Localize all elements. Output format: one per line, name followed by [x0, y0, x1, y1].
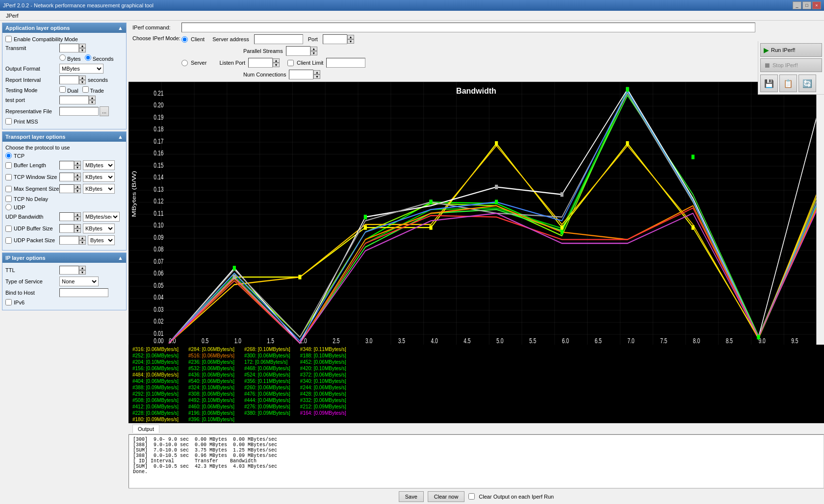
minimize-button[interactable]: _: [793, 1, 801, 9]
tcp-window-size-unit[interactable]: KBytesMBytesBytes: [83, 172, 115, 182]
tcp-window-size-input[interactable]: 56: [59, 173, 74, 181]
rep-file-browse-btn[interactable]: ...: [100, 106, 109, 116]
port-up[interactable]: ▲: [347, 35, 354, 39]
buffer-length-checkbox[interactable]: [5, 162, 12, 169]
report-interval-input[interactable]: 1: [59, 76, 79, 84]
maximize-button[interactable]: □: [802, 1, 811, 9]
parallel-down[interactable]: ▼: [310, 51, 317, 55]
listen-port-up[interactable]: ▲: [273, 58, 280, 63]
transmit-down-arrow[interactable]: ▼: [79, 48, 86, 52]
run-iperf-button[interactable]: ▶ Run IPerf!: [760, 43, 822, 57]
ip-layer-collapse-btn[interactable]: ▲: [118, 255, 123, 261]
save-output-button[interactable]: Save: [399, 491, 424, 502]
buffer-length-unit-select[interactable]: MBytesKBytesBytes: [83, 160, 115, 170]
svg-text:0.08: 0.08: [154, 245, 163, 253]
client-limit-checkbox[interactable]: [287, 60, 294, 66]
udp-buffer-up[interactable]: ▲: [74, 224, 81, 228]
rep-file-input[interactable]: [59, 107, 99, 116]
tcp-radio[interactable]: [5, 152, 12, 159]
clear-now-button[interactable]: Clear now: [428, 491, 465, 502]
output-format-select[interactable]: MBytes Bytes KBytes GBytes: [59, 64, 103, 74]
output-text[interactable]: [300] 9.0- 9.0 sec 0.00 MBytes 0.00 MByt…: [129, 434, 824, 488]
num-connections-input[interactable]: 0: [289, 70, 313, 79]
enable-compat-checkbox[interactable]: [5, 36, 12, 42]
max-segment-up[interactable]: ▲: [74, 184, 81, 189]
trade-checkbox[interactable]: [82, 86, 89, 93]
dual-checkbox[interactable]: [59, 86, 66, 93]
save-chart-button[interactable]: 💾: [760, 75, 778, 92]
client-limit-input[interactable]: [326, 58, 365, 68]
num-conn-down[interactable]: ▼: [313, 75, 320, 79]
ttl-down[interactable]: ▼: [79, 270, 86, 275]
transmit-up-arrow[interactable]: ▲: [79, 44, 86, 48]
tcp-window-size-down[interactable]: ▼: [74, 177, 81, 181]
udp-packet-size-checkbox[interactable]: [5, 237, 12, 244]
udp-radio[interactable]: [5, 204, 12, 210]
server-mode-radio[interactable]: [181, 60, 188, 66]
seconds-radio[interactable]: [85, 54, 91, 61]
listen-port-input[interactable]: 5,001: [248, 58, 273, 68]
iperf-command-input[interactable]: bin/iperf.exe -c 10.10.2.2 -P 50 -i 1 -p…: [181, 23, 755, 32]
app-layer-collapse-btn[interactable]: ▲: [118, 25, 123, 31]
max-segment-down[interactable]: ▼: [74, 189, 81, 193]
transport-layer-collapse-btn[interactable]: ▲: [118, 134, 123, 140]
copy-button[interactable]: 📋: [779, 75, 797, 92]
udp-bandwidth-up[interactable]: ▲: [74, 212, 81, 217]
udp-buffer-unit[interactable]: KBytesMBytesBytes: [83, 224, 115, 233]
report-interval-down[interactable]: ▼: [79, 80, 86, 84]
num-conn-up[interactable]: ▲: [313, 70, 320, 75]
marker-8: [692, 226, 695, 230]
buffer-length-input[interactable]: 2: [59, 161, 74, 170]
legend-entry: #260: [0.06MBytes/s]: [244, 385, 290, 390]
tos-select[interactable]: NoneLow DelayThroughputReliability: [59, 277, 99, 286]
udp-bandwidth-down[interactable]: ▼: [74, 217, 81, 221]
udp-packet-unit[interactable]: BytesKBytesMBytes: [88, 235, 115, 245]
test-port-up[interactable]: ▲: [89, 96, 96, 100]
test-port-input[interactable]: 5,001: [59, 96, 89, 104]
max-segment-unit[interactable]: KBytesMBytesBytes: [83, 184, 115, 194]
udp-bandwidth-unit[interactable]: MBytes/secKBytes/sec: [83, 212, 120, 222]
udp-buffer-size-input[interactable]: 41: [59, 224, 74, 233]
buffer-length-arrows: ▲ ▼: [74, 161, 81, 170]
tcp-window-size-checkbox[interactable]: [5, 174, 12, 180]
buffer-length-down[interactable]: ▼: [74, 165, 81, 170]
bind-host-input[interactable]: [59, 288, 108, 297]
max-segment-size-input[interactable]: 1: [59, 184, 74, 193]
ttl-input[interactable]: 1: [59, 266, 79, 275]
title-bar: JPerf 2.0.2 - Network performance measur…: [0, 0, 824, 11]
udp-buffer-down[interactable]: ▼: [74, 228, 81, 233]
udp-packet-down[interactable]: ▼: [79, 240, 86, 245]
client-mode-radio[interactable]: [181, 36, 188, 43]
menu-item-jperf[interactable]: JPerf: [2, 12, 23, 20]
buffer-length-up[interactable]: ▲: [74, 161, 81, 165]
reset-button[interactable]: 🔄: [798, 75, 816, 92]
output-tab-button[interactable]: Output: [132, 425, 159, 433]
udp-buffer-size-checkbox[interactable]: [5, 226, 12, 232]
parallel-streams-input[interactable]: 50: [286, 46, 310, 56]
transmit-input[interactable]: 10: [59, 44, 79, 52]
close-button[interactable]: ×: [812, 1, 821, 9]
listen-port-down[interactable]: ▼: [273, 63, 280, 67]
marker-green7: [692, 155, 695, 159]
bytes-radio[interactable]: [59, 54, 66, 61]
udp-packet-up[interactable]: ▲: [79, 236, 86, 240]
num-connections-arrows: ▲ ▼: [313, 70, 320, 79]
report-interval-up[interactable]: ▲: [79, 76, 86, 80]
clear-on-each-run-checkbox[interactable]: [468, 493, 475, 500]
max-segment-size-checkbox[interactable]: [5, 186, 12, 192]
server-addr-input[interactable]: 10.10.2.2: [254, 34, 303, 44]
udp-bandwidth-input[interactable]: 1: [59, 212, 74, 221]
tcp-window-size-up[interactable]: ▲: [74, 173, 81, 177]
test-port-down[interactable]: ▼: [89, 100, 96, 104]
ttl-up[interactable]: ▲: [79, 266, 86, 270]
chart-vscrollbar[interactable]: [816, 82, 824, 345]
tcp-no-delay-checkbox[interactable]: [5, 196, 12, 202]
parallel-up[interactable]: ▲: [310, 47, 317, 51]
stop-iperf-button[interactable]: ⏹ Stop IPerf!: [760, 58, 822, 72]
udp-packet-size-input[interactable]: 1,500: [59, 236, 79, 245]
udp-bandwidth-label: UDP Bandwidth: [5, 214, 59, 220]
ipv6-checkbox[interactable]: [5, 299, 12, 305]
print-mss-checkbox[interactable]: [5, 118, 12, 125]
port-input[interactable]: 5,001: [323, 34, 347, 44]
port-down[interactable]: ▼: [347, 39, 354, 44]
